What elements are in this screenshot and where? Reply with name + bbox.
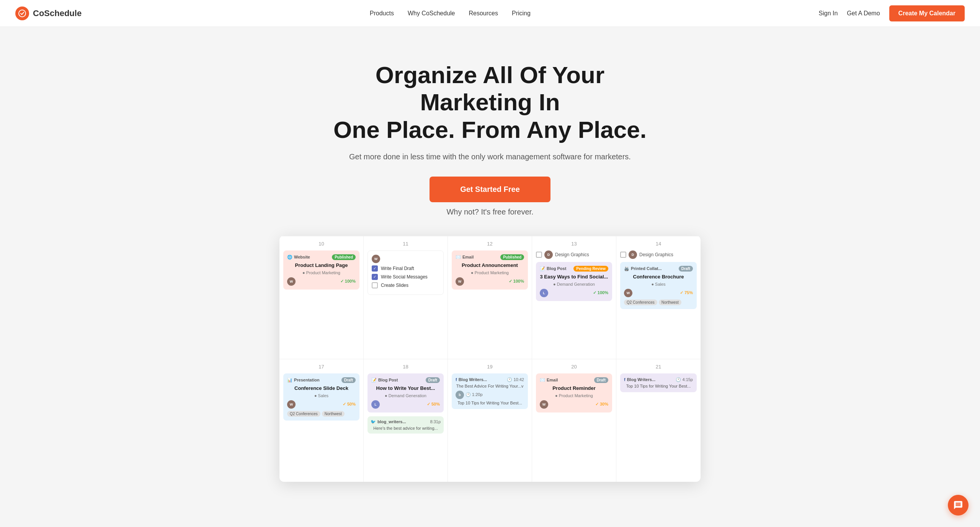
card-title: Product Landing Page: [287, 262, 356, 269]
nav-right: Sign In Get A Demo Create My Calendar: [819, 5, 965, 21]
create-calendar-button[interactable]: Create My Calendar: [889, 5, 965, 21]
card-footer-reminder: W ✓ 30%: [540, 400, 608, 409]
cal-col-21: 21 f Blog Writers... 🕐 4:15p Top 10 Tips…: [616, 359, 701, 482]
card-progress-blog: ✓ 100%: [593, 290, 608, 295]
nav-why[interactable]: Why CoSchedule: [408, 10, 455, 17]
nav-resources[interactable]: Resources: [469, 10, 498, 17]
card-progress-reminder: ✓ 30%: [595, 402, 608, 407]
logo-text: CoSchedule: [33, 8, 82, 18]
card-badge-pending: Pending Review: [573, 266, 608, 272]
tag-q2: Q2 Conferences: [624, 300, 657, 305]
cal-col-20: 20 ✉️ Email Draft Product Reminder ● Pro…: [532, 359, 616, 482]
card-footer: W ✓ 100%: [287, 277, 356, 286]
checklist-label-3: Create Slides: [381, 283, 408, 288]
logo-icon: [15, 7, 29, 20]
card-printed-brochure[interactable]: 🖨️ Printed Collat... Draft Conference Br…: [620, 262, 697, 309]
avatar-design-2: D: [629, 250, 637, 259]
avatar-design: D: [544, 250, 553, 259]
avatar-whitney: W: [287, 277, 296, 286]
card-tags-pres: Q2 Conferences Northwest: [287, 411, 356, 417]
card-type-presentation: 📊 Presentation: [287, 378, 320, 383]
avatar-w5: W: [540, 400, 548, 409]
card-category-email: ● Product Marketing: [456, 270, 524, 275]
avatar-w: W: [372, 255, 380, 263]
card-website-landing[interactable]: 🌐 Website Published Product Landing Page…: [283, 250, 359, 290]
card-tags-brochure: Q2 Conferences Northwest: [624, 300, 693, 305]
facebook-time: 🕐 10:42: [507, 377, 524, 382]
card-category: ● Product Marketing: [287, 270, 356, 275]
card-type-facebook: f Blog Writers...: [456, 377, 487, 382]
demo-link[interactable]: Get A Demo: [847, 10, 880, 17]
day-number-18: 18: [368, 364, 444, 370]
checkbox-checked-1[interactable]: ✓: [372, 265, 378, 272]
nav-links: Products Why CoSchedule Resources Pricin…: [370, 10, 531, 17]
avatar-w2: W: [456, 277, 464, 286]
nav-pricing[interactable]: Pricing: [512, 10, 531, 17]
day-number-17: 17: [283, 364, 359, 370]
cal-col-11: 11 W ✓ Write Final Draft ✓ Write Social …: [364, 236, 448, 359]
card-facebook-tips[interactable]: f Blog Writers... 🕐 4:15p Top 10 Tips fo…: [620, 373, 697, 392]
card-type-facebook-2: f Blog Writers...: [624, 377, 655, 382]
checklist-card[interactable]: W ✓ Write Final Draft ✓ Write Social Mes…: [368, 250, 444, 295]
twitter-snippet: Here's the best advice for writing...: [371, 426, 441, 430]
card-presentation-slides[interactable]: 📊 Presentation Draft Conference Slide De…: [283, 373, 359, 421]
card-type-twitter: 🐦 blog_writers...: [371, 419, 406, 424]
card-title-blogpost-2: How to Write Your Best...: [371, 385, 440, 392]
card-blogpost-social[interactable]: 📝 Blog Post Pending Review 3 Easy Ways t…: [536, 262, 612, 301]
facebook-time-2: 🕐 1:20p: [466, 392, 483, 397]
tag-q2-pres: Q2 Conferences: [287, 411, 320, 417]
card-title-reminder: Product Reminder: [540, 385, 608, 392]
card-title-presentation: Conference Slide Deck: [287, 385, 356, 392]
day-number-11: 11: [368, 241, 444, 247]
card-badge-published: Published: [332, 254, 356, 260]
card-email-reminder[interactable]: ✉️ Email Draft Product Reminder ● Produc…: [536, 373, 612, 412]
checklist-item-write-final: ✓ Write Final Draft: [372, 265, 439, 272]
card-progress-email: ✓ 100%: [509, 279, 524, 284]
cal-col-14: 14 D Design Graphics 🖨️ Printed Collat..…: [616, 236, 701, 359]
card-category-reminder: ● Product Marketing: [540, 393, 608, 398]
tag-northwest: Northwest: [659, 300, 681, 305]
design-task: Design Graphics: [555, 252, 589, 257]
card-badge-draft-email: Draft: [594, 377, 608, 383]
card-facebook-best[interactable]: f Blog Writers... 🕐 10:42 The Best Advic…: [452, 373, 528, 409]
cal-col-10: 10 🌐 Website Published Product Landing P…: [279, 236, 364, 359]
day-number-12: 12: [452, 241, 528, 247]
checkbox-unchecked-1[interactable]: [372, 282, 378, 288]
signin-link[interactable]: Sign In: [819, 10, 838, 17]
day-number-10: 10: [283, 241, 359, 247]
nav-products[interactable]: Products: [370, 10, 394, 17]
checklist-item-social: ✓ Write Social Messages: [372, 274, 439, 280]
hero-subtext: Get more done in less time with the only…: [8, 152, 972, 161]
card-twitter-snippet[interactable]: 🐦 blog_writers... 8:31p Here's the best …: [368, 416, 444, 434]
logo[interactable]: CoSchedule: [15, 7, 82, 20]
avatar-leah-2: L: [371, 400, 380, 409]
checkbox-checked-2[interactable]: ✓: [372, 274, 378, 280]
card-email-announcement[interactable]: ✉️ Email Published Product Announcement …: [452, 250, 528, 290]
checklist-item-1: W: [372, 255, 439, 263]
calendar-row-1: 10 🌐 Website Published Product Landing P…: [279, 236, 701, 359]
checkbox-design-graphics-2[interactable]: [620, 252, 626, 258]
card-title-email: Product Announcement: [456, 262, 524, 269]
card-progress-pres: ✓ 50%: [343, 402, 356, 407]
cal-col-18: 18 📝 Blog Post Draft How to Write Your B…: [364, 359, 448, 482]
get-started-button[interactable]: Get Started Free: [430, 177, 550, 202]
card-progress-brochure: ✓ 75%: [680, 290, 693, 295]
design-task-2: Design Graphics: [639, 252, 673, 257]
day-number-20: 20: [536, 364, 612, 370]
card-badge-draft: Draft: [679, 266, 693, 272]
card-type-blogpost: 📝 Blog Post: [540, 266, 566, 271]
day-number-14: 14: [620, 241, 697, 247]
cal-col-17: 17 📊 Presentation Draft Conference Slide…: [279, 359, 364, 482]
hero-sub-note: Why not? It's free forever.: [8, 208, 972, 216]
card-title-brochure: Conference Brochure: [624, 274, 693, 280]
card-blogpost-how[interactable]: 📝 Blog Post Draft How to Write Your Best…: [368, 373, 444, 412]
card-badge-draft-blog: Draft: [426, 377, 440, 383]
facebook-time-21: 🕐 4:15p: [676, 377, 693, 382]
day-number-13: 13: [536, 241, 612, 247]
day-number-21: 21: [620, 364, 697, 370]
facebook-snippet: The Best Advice For Writing Your...v: [456, 384, 524, 388]
twitter-time: 8:31p: [430, 419, 441, 424]
card-footer-blogpost-2: L ✓ 50%: [371, 400, 440, 409]
card-type-printed: 🖨️ Printed Collat...: [624, 266, 662, 271]
checkbox-design-graphics[interactable]: [536, 252, 542, 258]
